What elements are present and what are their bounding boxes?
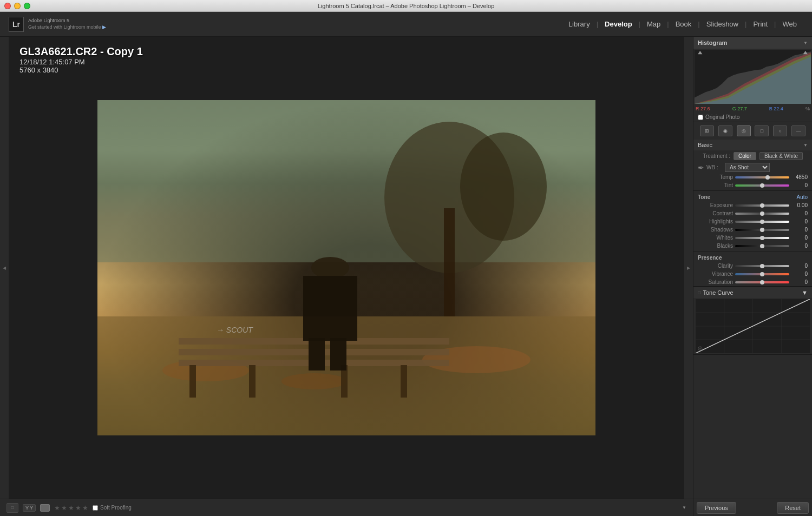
saturation-slider-track[interactable]	[735, 281, 789, 283]
photo-datetime: 12/18/12 1:45:07 PM	[19, 58, 143, 66]
blacks-thumb[interactable]	[760, 244, 764, 248]
photo-metadata: GL3A6621.CR2 - Copy 1 12/18/12 1:45:07 P…	[19, 45, 143, 74]
histogram-section: Histogram ▼	[693, 37, 812, 122]
crop-tool[interactable]: ⊞	[700, 125, 714, 136]
mobile-arrow[interactable]: ▶	[102, 24, 106, 30]
close-button[interactable]	[4, 3, 11, 9]
svg-text:→ SCOUT: → SCOUT	[217, 326, 253, 334]
shadows-slider-track[interactable]	[735, 229, 789, 231]
view-mode-icon[interactable]: □	[6, 503, 18, 513]
highlights-slider-row: Highlights 0	[693, 217, 812, 226]
clarity-slider-row: Clarity 0	[693, 262, 812, 270]
star-2[interactable]: ★	[61, 504, 67, 512]
contrast-thumb[interactable]	[760, 211, 764, 216]
tint-slider-thumb[interactable]	[760, 183, 764, 188]
highlights-label: Highlights	[698, 219, 733, 224]
whites-slider-row: Whites 0	[693, 234, 812, 242]
blacks-slider-track[interactable]	[735, 245, 789, 247]
nav-book[interactable]: Book	[669, 12, 698, 37]
tone-curve-header[interactable]: □ Tone Curve ▼	[693, 287, 812, 298]
whites-slider-track[interactable]	[735, 237, 789, 239]
saturation-thumb[interactable]	[760, 280, 764, 285]
clarity-label: Clarity	[698, 263, 733, 269]
clarity-thumb[interactable]	[760, 264, 764, 268]
star-5[interactable]: ★	[82, 504, 88, 512]
exposure-label: Exposure	[698, 202, 733, 208]
grad-tool[interactable]: □	[755, 125, 769, 136]
heal-tool[interactable]: ◉	[718, 125, 732, 136]
basic-header[interactable]: Basic ▼	[693, 140, 812, 150]
svg-rect-12	[249, 365, 256, 398]
contrast-slider-row: Contrast 0	[693, 209, 812, 217]
vibrance-thumb[interactable]	[760, 272, 764, 276]
exposure-slider-track[interactable]	[735, 204, 789, 207]
star-4[interactable]: ★	[75, 504, 81, 512]
tone-curve-title: Tone Curve	[703, 289, 733, 296]
redeye-tool[interactable]: ◎	[737, 125, 751, 136]
highlights-thumb[interactable]	[760, 220, 764, 224]
vibrance-value: 0	[791, 271, 808, 277]
temp-value: 4850	[791, 174, 808, 180]
photo-area: GL3A6621.CR2 - Copy 1 12/18/12 1:45:07 P…	[9, 37, 684, 499]
svg-rect-3	[444, 208, 455, 316]
tint-slider-track[interactable]	[735, 184, 789, 187]
previous-button[interactable]: Previous	[697, 502, 736, 514]
temp-slider-track[interactable]	[735, 176, 789, 178]
photo-filename: GL3A6621.CR2 - Copy 1	[19, 45, 143, 58]
svg-rect-16	[303, 276, 357, 341]
soft-proofing-label: Soft Proofing	[100, 505, 132, 511]
tools-row: ⊞ ◉ ◎ □ ○ —	[693, 122, 812, 140]
color-label-icon[interactable]	[40, 504, 50, 512]
hist-g-label: G 27.7	[732, 106, 747, 111]
nav-print[interactable]: Print	[746, 12, 774, 37]
vibrance-slider-row: Vibrance 0	[693, 270, 812, 278]
soft-proofing-checkbox[interactable]	[93, 505, 98, 511]
bottom-toolbar: □ Y Y ★ ★ ★ ★ ★ Soft Proofing ▼	[0, 499, 693, 516]
nav-web[interactable]: Web	[776, 12, 804, 37]
vibrance-slider-track[interactable]	[735, 273, 789, 275]
tone-auto-button[interactable]: Auto	[796, 194, 808, 200]
basic-title: Basic	[698, 142, 712, 148]
histogram-header[interactable]: Histogram ▼	[693, 37, 812, 49]
tint-slider-row: Tint 0	[693, 181, 812, 189]
maximize-button[interactable]	[24, 3, 30, 9]
exposure-thumb[interactable]	[760, 203, 764, 208]
nav-develop[interactable]: Develop	[598, 12, 639, 37]
whites-value: 0	[791, 235, 808, 241]
saturation-label: Saturation	[698, 279, 733, 285]
nav-library[interactable]: Library	[562, 12, 597, 37]
photo-canvas[interactable]: → SCOUT	[97, 100, 595, 435]
tone-curve-display[interactable]: ◎	[696, 299, 810, 353]
right-panel-toggle[interactable]: ▶	[684, 37, 693, 499]
original-photo-label: Original Photo	[705, 114, 739, 120]
toolbar-dropdown-arrow[interactable]: ▼	[682, 505, 686, 510]
contrast-label: Contrast	[698, 210, 733, 216]
temp-slider-thumb[interactable]	[765, 175, 770, 180]
brush-tool[interactable]: —	[791, 125, 806, 136]
view-options[interactable]: Y Y	[23, 504, 36, 512]
svg-rect-14	[401, 365, 407, 398]
curve-target-icon[interactable]: ◎	[698, 345, 703, 351]
nav-map[interactable]: Map	[640, 12, 667, 37]
tone-curve-collapse-left[interactable]: □	[698, 290, 700, 295]
whites-thumb[interactable]	[760, 236, 764, 240]
star-3[interactable]: ★	[68, 504, 74, 512]
star-1[interactable]: ★	[54, 504, 60, 512]
highlights-slider-track[interactable]	[735, 221, 789, 223]
shadows-thumb[interactable]	[760, 228, 764, 232]
exposure-value: 0.00	[791, 202, 808, 208]
color-button[interactable]: Color	[734, 152, 756, 160]
wb-eyedropper-icon[interactable]: ✒	[698, 163, 704, 172]
radial-tool[interactable]: ○	[773, 125, 787, 136]
rating-stars: ★ ★ ★ ★ ★	[54, 504, 88, 512]
clarity-slider-track[interactable]	[735, 265, 789, 267]
minimize-button[interactable]	[14, 3, 21, 9]
temp-slider-row: Temp 4850	[693, 173, 812, 181]
nav-slideshow[interactable]: Slideshow	[700, 12, 745, 37]
wb-dropdown[interactable]: As Shot Auto Daylight Cloudy Shade Tungs…	[725, 163, 770, 172]
left-panel-toggle[interactable]: ◀	[0, 37, 9, 499]
contrast-slider-track[interactable]	[735, 213, 789, 215]
original-photo-checkbox[interactable]	[698, 115, 703, 120]
bw-button[interactable]: Black & White	[759, 152, 803, 160]
reset-button[interactable]: Reset	[777, 502, 809, 514]
